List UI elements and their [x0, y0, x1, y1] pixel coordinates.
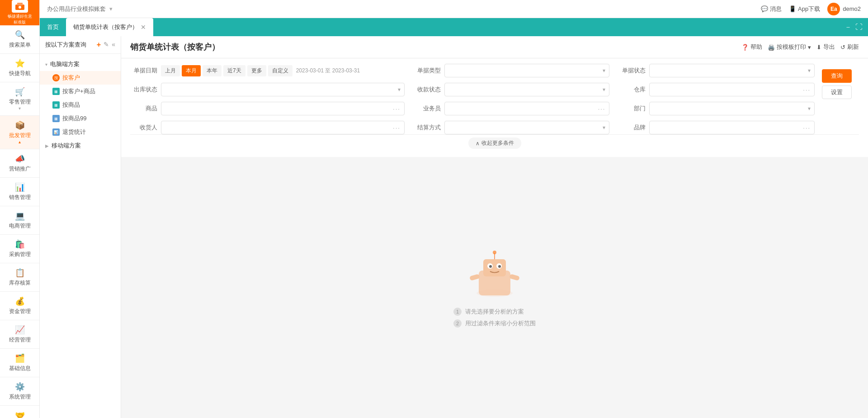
filter-row-2: 出库状态 ▾ 收款状态 ▾ [130, 83, 815, 96]
receipt-label: 收款状态 [414, 86, 441, 94]
warehouse-label: 仓库 [618, 86, 646, 94]
tree-item-by-customer[interactable]: 按 按客户 [40, 71, 121, 85]
filter-receiver-item: 收货人 ··· [130, 121, 405, 134]
top-bar-left: 办公用品行业模拟账套 ▾ [47, 5, 113, 13]
sidebar-item-ecommerce[interactable]: 💻 电商管理 [0, 206, 40, 235]
collapse-bar: ∧ 收起更多条件 [130, 134, 859, 152]
tree-group-mobile[interactable]: ▶ 移动端方案 [40, 139, 121, 152]
svg-point-13 [493, 251, 496, 254]
help-label: 帮助 [750, 43, 762, 51]
tree-group-mobile-arrow: ▶ [45, 143, 49, 148]
svg-point-2 [19, 6, 21, 9]
username: demo2 [843, 5, 861, 12]
sidebar-item-cooperation[interactable]: 🤝 企业协同 [0, 406, 40, 418]
tree-item-by-product[interactable]: ▦ 按商品 [40, 98, 121, 112]
sidebar-item-inventory[interactable]: 📋 库存核算 [0, 263, 40, 292]
logo-icon [12, 0, 28, 13]
tab-sales-stats[interactable]: 销货单统计表（按客户） ✕ [66, 18, 153, 36]
scheme-panel: 按以下方案查询 + ✎ « ▾ 电脑端方案 按 按客户 ▦ 按客户 [40, 36, 121, 418]
tabs-bar: 首页 销货单统计表（按客户） ✕ － ⛶ [40, 18, 868, 36]
sidebar-item-system[interactable]: ⚙️ 系统管理 [0, 377, 40, 406]
sidebar-item-finance[interactable]: 💰 资金管理 [0, 292, 40, 320]
help-btn[interactable]: ❓ 帮助 [741, 43, 762, 51]
brand-control[interactable]: ··· [649, 121, 815, 134]
department-chevron: ▾ [808, 105, 811, 112]
empty-tip-1: 1 请先选择要分析的方案 [453, 308, 536, 316]
sidebar-item-wholesale[interactable]: 📦 批发管理 ▴ [0, 116, 40, 149]
tab-close-icon[interactable]: ✕ [141, 24, 146, 31]
message-btn[interactable]: 💬 消息 [761, 5, 782, 13]
brand-label: 品牌 [618, 124, 646, 132]
warehouse-control[interactable]: ··· [649, 83, 815, 96]
delivery-control[interactable]: ▾ [161, 83, 405, 96]
scheme-add-icon[interactable]: + [97, 41, 101, 49]
settings-button[interactable]: 设置 [822, 86, 852, 99]
tab-home[interactable]: 首页 [40, 18, 66, 36]
receipt-control[interactable]: ▾ [444, 83, 610, 96]
date-btn-7days[interactable]: 近7天 [223, 65, 245, 76]
refresh-btn[interactable]: ↺ 刷新 [840, 43, 859, 51]
avatar: Ea [827, 3, 840, 15]
retail-arrow-icon: ▾ [19, 106, 21, 111]
print-btn[interactable]: 🖨️ 按模板打印 ▾ [768, 43, 811, 51]
tree-item-return-stats[interactable]: 📊 退货统计 [40, 125, 121, 139]
sidebar-item-retail[interactable]: 🛒 零售管理 ▾ [0, 82, 40, 116]
date-btn-this-year[interactable]: 本年 [203, 65, 222, 76]
scheme-collapse-icon[interactable]: « [112, 41, 115, 49]
user-area[interactable]: Ea demo2 [827, 3, 861, 15]
sidebar-item-basic-label: 基础信息 [9, 365, 31, 372]
date-btn-last-month[interactable]: 上月 [161, 65, 180, 76]
payment-control[interactable]: ▾ [444, 121, 610, 134]
sidebar-item-basic[interactable]: 🗂️ 基础信息 [0, 349, 40, 377]
order-type-control[interactable]: ▾ [444, 64, 610, 77]
date-btn-this-month[interactable]: 本月 [182, 65, 201, 76]
main-area: 办公用品行业模拟账套 ▾ 💬 消息 📱 App下载 Ea demo2 首页 销货… [40, 0, 868, 418]
warehouse-dots: ··· [803, 86, 811, 93]
message-label: 消息 [770, 5, 782, 13]
collapse-label: 收起更多条件 [481, 139, 514, 147]
sidebar-item-marketing[interactable]: 📣 营销推广 [0, 149, 40, 178]
filter-department-item: 部门 ▾ [618, 102, 815, 115]
sidebar-item-ecommerce-label: 电商管理 [9, 222, 31, 230]
print-icon: 🖨️ [768, 44, 775, 51]
date-btn-more[interactable]: 更多 [247, 65, 266, 76]
app-download-btn[interactable]: 📱 App下载 [789, 5, 820, 13]
tree-item-by-product99[interactable]: ▦ 按商品99 [40, 112, 121, 125]
sidebar-item-shortcuts[interactable]: ⭐ 快捷导航 [0, 54, 40, 82]
filter-main: 单据日期 上月 本月 本年 近7天 更多 自定义 2023-03-01 至 20… [130, 64, 859, 134]
sidebar-item-sales[interactable]: 📊 销售管理 [0, 178, 40, 206]
department-control[interactable]: ▾ [649, 102, 815, 115]
sidebar-item-marketing-label: 营销推广 [9, 165, 31, 173]
tree-group-desktop[interactable]: ▾ 电脑端方案 [40, 57, 121, 71]
sidebar-item-sales-label: 销售管理 [9, 194, 31, 201]
sidebar-item-purchase[interactable]: 🛍️ 采购管理 [0, 235, 40, 263]
brand-dots: ··· [803, 124, 811, 131]
collapse-button[interactable]: ∧ 收起更多条件 [468, 138, 521, 149]
tree-item-customer-product[interactable]: ▦ 按客户+商品 [40, 85, 121, 98]
scheme-edit-icon[interactable]: ✎ [104, 41, 109, 49]
tab-minimize-icon[interactable]: － [844, 23, 852, 32]
tree-group-desktop-arrow: ▾ [45, 62, 47, 67]
order-status-control[interactable]: ▾ [649, 64, 815, 77]
receiver-control[interactable]: ··· [161, 121, 405, 134]
tree-item-product99-icon: ▦ [52, 115, 60, 122]
empty-illustration [467, 248, 522, 302]
salesman-control[interactable]: ··· [444, 102, 610, 115]
product-control[interactable]: ··· [161, 102, 405, 115]
collapse-icon: ∧ [476, 140, 480, 147]
empty-state: 1 请先选择要分析的方案 2 用过滤条件来缩小分析范围 [121, 157, 868, 418]
query-button[interactable]: 查询 [822, 69, 852, 83]
page-title-row: 销货单统计表（按客户） ❓ 帮助 🖨️ 按模板打印 ▾ ⬇ [130, 42, 859, 52]
date-btn-custom[interactable]: 自定义 [268, 65, 292, 76]
wholesale-icon: 📦 [15, 120, 25, 130]
receiver-label: 收货人 [130, 124, 157, 132]
export-btn[interactable]: ⬇ 导出 [816, 43, 835, 51]
print-label: 按模板打印 [777, 43, 806, 51]
sidebar-item-shortcuts-label: 快捷导航 [9, 70, 31, 77]
tab-expand-icon[interactable]: ⛶ [855, 23, 863, 31]
filter-date-item: 单据日期 上月 本月 本年 近7天 更多 自定义 2023-03-01 至 20… [130, 65, 405, 76]
sidebar-item-search[interactable]: 🔍 搜索菜单 [0, 25, 40, 54]
dropdown-icon[interactable]: ▾ [109, 5, 113, 12]
sidebar-item-operation[interactable]: 📈 经营管理 [0, 320, 40, 349]
print-dropdown-icon[interactable]: ▾ [808, 44, 811, 51]
